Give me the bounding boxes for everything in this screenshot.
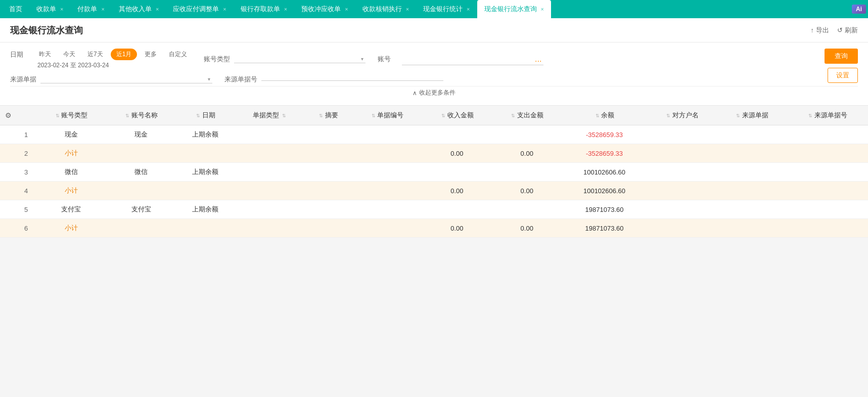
refresh-button[interactable]: ↺ 刷新 [837,26,858,35]
date-custom[interactable]: 自定义 [164,49,192,60]
row-income: 0.00 [422,182,492,200]
source-doc-select[interactable]: ▾ [40,75,212,83]
sort-icon: ⇅ [282,113,286,118]
close-icon[interactable]: × [541,0,544,18]
ai-button[interactable]: Ai [852,5,866,14]
date-range-display: 2023-02-24 至 2023-03-24 [37,62,109,69]
close-icon[interactable]: × [60,0,63,18]
row-number: 2 [16,144,36,163]
nav-payment[interactable]: 付款单 × [70,0,111,18]
row-source-doc-no [787,144,868,163]
table-header-balance[interactable]: ⇅ 余额 [562,106,647,125]
nav-advance[interactable]: 预收冲应收单 × [294,0,355,18]
settings-button[interactable]: 设置 [828,68,858,83]
nav-bank-deposit[interactable]: 银行存取款单 × [234,0,294,18]
row-doc-type [235,182,304,200]
row-income: 0.00 [422,144,492,163]
row-counterparty [647,200,717,219]
row-source-doc [717,125,787,144]
date-yesterday[interactable]: 昨天 [34,49,56,60]
table-row: 4 小计 0.00 0.00 100102606.60 [0,182,868,200]
row-doc-type [235,219,304,238]
nav-collection[interactable]: 收款核销执行 × [355,0,416,18]
collapse-filters-button[interactable]: ∧ 收起更多条件 [10,86,858,99]
sort-icon: ⇅ [319,113,323,118]
filter-row-2: 来源单据 ▾ 来源单据号 [10,75,825,84]
row-doc-no [352,125,422,144]
top-navigation: 首页 收款单 × 付款单 × 其他收入单 × 应收应付调整单 × 银行存取款单 … [0,0,868,18]
nav-bank-stats[interactable]: 现金银行统计 × [416,0,477,18]
close-icon[interactable]: × [467,0,470,18]
date-7days[interactable]: 近7天 [83,49,108,60]
account-dots-button[interactable]: ... [535,55,541,64]
table-row: 2 小计 0.00 0.00 -3528659.33 [0,144,868,163]
row-income [422,125,492,144]
close-icon[interactable]: × [406,0,409,18]
close-icon[interactable]: × [156,0,159,18]
table-header-date[interactable]: ⇅ 日期 [176,106,234,125]
date-1month[interactable]: 近1月 [111,49,138,60]
header-actions: ↑ 导出 ↺ 刷新 [811,26,858,35]
query-button[interactable]: 查询 [825,49,858,64]
row-income [422,163,492,182]
export-button[interactable]: ↑ 导出 [811,26,830,35]
row-account-name [106,182,176,200]
row-source-doc-no [787,182,868,200]
row-account-name [106,219,176,238]
table-header-counterparty[interactable]: ⇅ 对方户名 [647,106,717,125]
row-doc-no [352,182,422,200]
table-header-source-doc-no[interactable]: ⇅ 来源单据号 [787,106,868,125]
account-input[interactable]: ... [402,54,543,65]
row-source-doc-no [787,163,868,182]
table-header-summary[interactable]: ⇅ 摘要 [304,106,352,125]
nav-adjustment[interactable]: 应收应付调整单 × [166,0,233,18]
table-row: 5 支付宝 支付宝 上期余额 19871073.60 [0,200,868,219]
row-number: 5 [16,200,36,219]
nav-receipt[interactable]: 收款单 × [29,0,70,18]
date-more[interactable]: 更多 [140,49,161,60]
filter-row-1: 日期 昨天 今天 近7天 近1月 更多 自定义 2023-02-24 至 202… [10,49,825,70]
sort-icon: ⇅ [596,113,600,118]
row-doc-no [352,219,422,238]
row-account-name: 支付宝 [106,200,176,219]
table-header-gear[interactable]: ⚙ [0,106,16,125]
row-source-doc [717,219,787,238]
sort-icon: ⇅ [56,113,60,118]
table-row: 3 微信 微信 上期余额 100102606.60 [0,163,868,182]
table-header-doc-type[interactable]: 单据类型 ⇅ [235,106,304,125]
row-date [176,144,234,163]
gear-icon[interactable]: ⚙ [5,111,12,119]
row-number: 4 [16,182,36,200]
row-gear-cell [0,125,16,144]
sort-icon: ⇅ [666,113,670,118]
account-type-filter: 账号类型 ▾ [204,55,366,64]
close-icon[interactable]: × [284,0,287,18]
sort-icon: ⇅ [441,113,445,118]
close-icon[interactable]: × [223,0,226,18]
close-icon[interactable]: × [345,0,348,18]
table-header-account-type[interactable]: ⇅ 账号类型 [36,106,106,125]
table-header-expense[interactable]: ⇅ 支出金额 [492,106,562,125]
row-expense: 0.00 [492,182,562,200]
table-header-account-name[interactable]: ⇅ 账号名称 [106,106,176,125]
date-today[interactable]: 今天 [59,49,80,60]
account-type-select[interactable]: ▾ [234,55,366,63]
account-label: 账号 [378,55,398,64]
nav-other-income[interactable]: 其他收入单 × [112,0,166,18]
source-doc-no-filter: 来源单据号 [224,75,443,84]
table-header-source-doc[interactable]: ⇅ 来源单据 [717,106,787,125]
table-header-income[interactable]: ⇅ 收入金额 [422,106,492,125]
row-doc-no [352,144,422,163]
row-number: 3 [16,163,36,182]
nav-bank-flow[interactable]: 现金银行流水查询 × [477,0,551,18]
row-gear-cell [0,144,16,163]
row-number: 6 [16,219,36,238]
table-header-row: ⚙ ⇅ 账号类型 ⇅ 账号名称 ⇅ 日期 单据类型 ⇅ [0,106,868,125]
row-expense: 0.00 [492,219,562,238]
nav-home[interactable]: 首页 [2,0,29,18]
source-doc-no-input[interactable] [261,78,443,81]
row-number: 1 [16,125,36,144]
close-icon[interactable]: × [101,0,104,18]
table-header-doc-no[interactable]: ⇅ 单据编号 [352,106,422,125]
row-account-type: 小计 [36,144,106,163]
